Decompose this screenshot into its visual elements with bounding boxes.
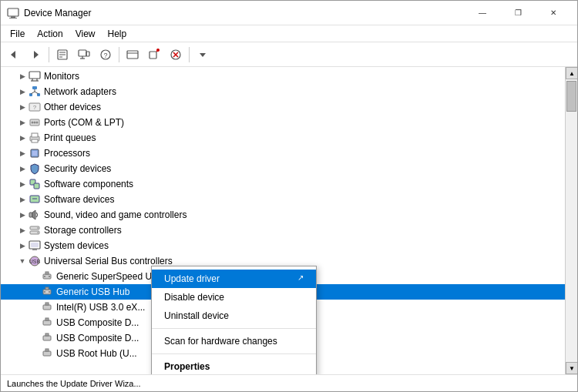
svg-rect-42 [32,139,38,142]
expand-toggle[interactable]: ▶ [16,101,29,113]
close-button[interactable]: ✕ [536,1,571,25]
menu-file[interactable]: File [4,27,31,41]
svg-point-66 [44,291,45,293]
scrollbar-thumb-area [566,79,577,362]
tree-item-processors[interactable]: ▶ Processors [1,146,565,161]
tree-item-print-queues[interactable]: ▶ Print queues [1,130,565,146]
item-label: Security devices [44,163,111,174]
expand-toggle[interactable]: ▶ [16,132,29,144]
scrollbar-down-btn[interactable]: ▼ [566,362,577,374]
toolbar-disable-btn[interactable] [144,45,164,65]
svg-rect-61 [45,272,49,274]
tree-item-storage-controllers[interactable]: ▶ Storage controllers [1,223,565,238]
svg-line-32 [31,92,35,94]
item-label: Software components [44,179,133,189]
svg-point-62 [44,276,45,277]
svg-point-38 [34,122,36,124]
tree-item-ports[interactable]: ▶ Ports (COM & LPT) [1,115,565,130]
tree-item-other-devices[interactable]: ▶ ? Other devices [1,99,565,115]
status-bar: Launches the Update Driver Wiza... [1,374,577,391]
svg-rect-49 [29,213,32,217]
print-icon [29,132,41,144]
toolbar-properties-btn[interactable] [52,45,72,65]
scrollbar-thumb[interactable] [566,81,576,112]
item-label: Software devices [44,194,114,205]
ctx-scan-hardware[interactable]: Scan for hardware changes [152,332,316,350]
tree-item-security-devices[interactable]: ▶ Security devices [1,161,565,176]
menu-help[interactable]: Help [102,27,133,41]
item-label: Network adapters [44,86,116,97]
expand-toggle[interactable]: ▶ [16,147,29,159]
tree-item-network-adapters[interactable]: ▶ Network adapters [1,84,565,99]
ctx-properties[interactable]: Properties [152,357,316,374]
svg-rect-9 [79,50,86,56]
expand-toggle[interactable]: ▶ [16,224,29,236]
ctx-disable-device[interactable]: Disable device [152,288,316,307]
svg-marker-23 [200,53,206,57]
svg-rect-1 [11,16,15,18]
scrollbar-up-btn[interactable]: ▲ [566,67,577,79]
toolbar-down-btn[interactable] [193,45,213,65]
svg-rect-70 [43,320,51,325]
maximize-button[interactable]: ❐ [500,1,536,25]
svg-point-19 [156,49,160,52]
cpu-icon [29,147,41,159]
tree-item-sound-video[interactable]: ▶ Sound, video and game controllers [1,207,565,223]
item-label: System devices [44,240,109,251]
toolbar-uninstall-btn[interactable] [166,45,186,65]
svg-rect-2 [9,18,17,18]
svg-marker-3 [11,51,15,59]
expand-toggle[interactable]: ▶ [16,116,29,129]
item-label: Universal Serial Bus controllers [44,256,173,266]
expand-toggle[interactable]: ▶ [16,85,29,98]
ctx-uninstall-device[interactable]: Uninstall device [152,307,316,325]
usb-device-icon [41,286,53,298]
expand-toggle[interactable]: ▼ [16,255,29,267]
menu-view[interactable]: View [69,27,102,41]
svg-rect-72 [43,336,51,340]
expand-toggle[interactable]: ▶ [16,162,29,175]
minimize-button[interactable]: — [465,1,500,25]
tree-item-monitors[interactable]: ▶ Monitors [1,69,565,84]
tree-item-software-devices[interactable]: ▶ Software devices [1,192,565,207]
toolbar-help-btn[interactable]: ? [96,45,116,65]
svg-rect-69 [45,303,49,305]
svg-rect-75 [45,349,49,351]
expand-toggle[interactable]: ▶ [16,240,29,252]
toolbar-update-btn[interactable] [74,45,94,65]
main-area: ▶ Monitors ▶ Network adapters ▶ [1,67,577,374]
usb-device-icon [41,347,53,360]
item-label: Intel(R) USB 3.0 eX... [56,302,145,313]
svg-text:?: ? [103,52,107,59]
toolbar-back-btn[interactable] [4,45,24,65]
toolbar: ? [1,42,577,67]
expand-toggle[interactable]: ▶ [16,70,29,82]
software-dev-icon [29,193,41,206]
item-label: Print queues [44,132,96,143]
item-label: USB Composite D... [56,317,139,328]
tree-item-software-components[interactable]: ▶ Software components [1,176,565,192]
expand-toggle[interactable]: ▶ [16,193,29,206]
item-label: Other devices [44,102,101,112]
usb-device-icon [41,332,53,344]
menu-action[interactable]: Action [31,27,69,41]
svg-rect-15 [127,51,138,59]
expand-toggle[interactable]: ▶ [16,209,29,221]
item-label: Sound, video and game controllers [44,209,187,220]
toolbar-sep-3 [189,47,190,62]
svg-point-63 [49,276,50,277]
ctx-update-driver[interactable]: Update driver ↗ [152,270,316,288]
device-tree[interactable]: ▶ Monitors ▶ Network adapters ▶ [1,67,565,374]
toolbar-forward-btn[interactable] [25,45,45,65]
svg-rect-28 [32,86,37,89]
network-icon [29,85,41,98]
scrollbar[interactable]: ▲ ▼ [565,67,577,374]
svg-point-37 [32,122,34,124]
toolbar-scan-btn[interactable] [123,45,143,65]
svg-point-39 [36,122,39,124]
expand-toggle[interactable]: ▶ [16,178,29,190]
ctx-sep-1 [152,328,316,329]
tree-item-system-devices[interactable]: ▶ System devices [1,238,565,253]
usb-device-icon [41,317,53,329]
usb-device-icon [41,270,53,283]
